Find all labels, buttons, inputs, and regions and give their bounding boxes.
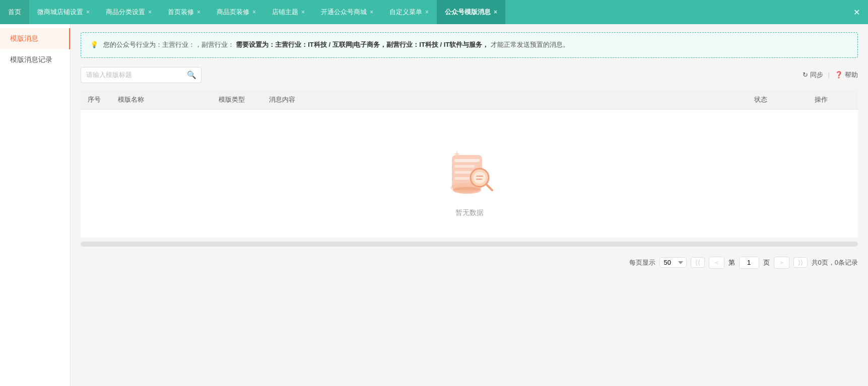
tab-store-settings-close[interactable]: ×: [86, 9, 90, 16]
col-status: 状态: [747, 90, 808, 110]
page-size-select[interactable]: 50 10 20 100: [659, 257, 687, 268]
sidebar-item-template-msg-record-label: 模版消息记录: [10, 55, 52, 63]
col-type: 模版类型: [212, 90, 262, 110]
tab-template-msg[interactable]: 公众号模版消息 ×: [437, 0, 505, 24]
sidebar-item-template-msg-record[interactable]: 模版消息记录: [0, 49, 70, 70]
tab-home-label: 首页: [8, 8, 21, 17]
top-nav: 首页 微商城店铺设置 × 商品分类设置 × 首页装修 × 商品页装修 × 店铺主…: [0, 0, 868, 24]
svg-rect-2: [454, 159, 480, 162]
svg-point-8: [474, 172, 486, 184]
tab-custom-menu-close[interactable]: ×: [425, 9, 429, 16]
notice-box: 💡 您的公众号行业为：主营行业：，副营行业： 需要设置为：主营行业：IT科技 /…: [81, 32, 858, 58]
content-area: 💡 您的公众号行业为：主营行业：，副营行业： 需要设置为：主营行业：IT科技 /…: [71, 24, 868, 386]
first-page-button[interactable]: ⟨⟨: [691, 257, 705, 268]
col-action: 操作: [808, 90, 858, 110]
sidebar-item-template-msg-label: 模版消息: [10, 34, 38, 42]
page-suffix: 页: [763, 258, 770, 267]
sync-label: 同步: [810, 70, 823, 80]
tab-product-decoration-label: 商品页装修: [217, 8, 249, 17]
help-button[interactable]: ❓ 帮助: [835, 70, 858, 80]
tab-category-label: 商品分类设置: [106, 8, 145, 17]
empty-icon: [439, 140, 500, 200]
page-size-label: 每页显示: [629, 258, 655, 267]
page-input[interactable]: [739, 257, 759, 269]
tab-store-settings[interactable]: 微商城店铺设置 ×: [29, 0, 98, 24]
tab-product-decoration[interactable]: 商品页装修 ×: [209, 0, 264, 24]
tab-custom-menu[interactable]: 自定义菜单 ×: [381, 0, 437, 24]
tab-template-msg-close[interactable]: ×: [494, 9, 497, 16]
empty-text: 暂无数据: [455, 208, 484, 217]
tab-home-decoration-close[interactable]: ×: [197, 9, 201, 16]
tab-custom-menu-label: 自定义菜单: [389, 8, 422, 17]
search-bar: 🔍 ↻ 同步 | ❓ 帮助: [81, 67, 858, 83]
tab-category-close[interactable]: ×: [148, 9, 152, 16]
svg-line-9: [486, 184, 492, 190]
tab-store-theme-label: 店铺主题: [272, 8, 298, 17]
help-icon: ❓: [835, 71, 843, 79]
page-total: 共0页，0条记录: [812, 258, 858, 267]
data-table: 序号 模版名称 模版类型 消息内容 状态 操作: [81, 90, 858, 238]
col-index: 序号: [81, 90, 111, 110]
sync-button[interactable]: ↻ 同步: [803, 70, 823, 80]
notice-text2: 才能正常发送预置的消息。: [491, 41, 569, 48]
pagination: 每页显示 50 10 20 100 ⟨⟨ ＜ 第 页 ＞ ⟩⟩ 共0页，0条记录: [81, 251, 858, 271]
search-input-wrap: 🔍: [81, 67, 202, 83]
tab-open-mall[interactable]: 开通公众号商城 ×: [313, 0, 381, 24]
page-label: 第: [728, 258, 735, 267]
sync-icon: ↻: [803, 71, 808, 79]
tab-store-settings-label: 微商城店铺设置: [37, 8, 83, 17]
tab-home-decoration[interactable]: 首页装修 ×: [160, 0, 209, 24]
svg-rect-5: [454, 177, 472, 180]
sidebar-item-template-msg[interactable]: 模版消息: [0, 28, 70, 49]
help-label: 帮助: [845, 70, 858, 80]
notice-highlight: 需要设置为：主营行业：IT科技 / 互联网|电子商务，副营行业：IT科技 / I…: [236, 41, 489, 48]
tab-category[interactable]: 商品分类设置 ×: [98, 0, 160, 24]
tab-template-msg-label: 公众号模版消息: [445, 8, 491, 17]
search-input[interactable]: [81, 67, 202, 83]
search-icon[interactable]: 🔍: [187, 70, 196, 80]
horizontal-scrollbar[interactable]: [81, 242, 858, 247]
table-header-row: 序号 模版名称 模版类型 消息内容 状态 操作: [81, 90, 858, 110]
next-page-button[interactable]: ＞: [774, 257, 789, 269]
sidebar: 模版消息 模版消息记录: [0, 24, 71, 386]
col-name: 模版名称: [111, 90, 212, 110]
notice-icon: 💡: [90, 41, 98, 48]
global-close-button[interactable]: ✕: [845, 8, 868, 17]
prev-page-button[interactable]: ＜: [709, 257, 724, 269]
svg-point-6: [453, 187, 481, 194]
tab-product-decoration-close[interactable]: ×: [252, 9, 256, 16]
search-actions: ↻ 同步 | ❓ 帮助: [803, 70, 858, 80]
col-content: 消息内容: [262, 90, 747, 110]
tab-open-mall-close[interactable]: ×: [370, 9, 373, 16]
tab-home[interactable]: 首页: [0, 0, 29, 24]
empty-state: 暂无数据: [81, 110, 858, 238]
divider: |: [828, 71, 830, 79]
svg-rect-3: [454, 165, 475, 168]
tab-store-theme-close[interactable]: ×: [301, 9, 305, 16]
main-layout: 模版消息 模版消息记录 💡 您的公众号行业为：主营行业：，副营行业： 需要设置为…: [0, 24, 868, 386]
tab-store-theme[interactable]: 店铺主题 ×: [264, 0, 313, 24]
notice-text1: 您的公众号行业为：主营行业：，副营行业：: [103, 41, 234, 48]
tab-home-decoration-label: 首页装修: [168, 8, 194, 17]
tab-open-mall-label: 开通公众号商城: [321, 8, 367, 17]
last-page-button[interactable]: ⟩⟩: [793, 257, 808, 268]
